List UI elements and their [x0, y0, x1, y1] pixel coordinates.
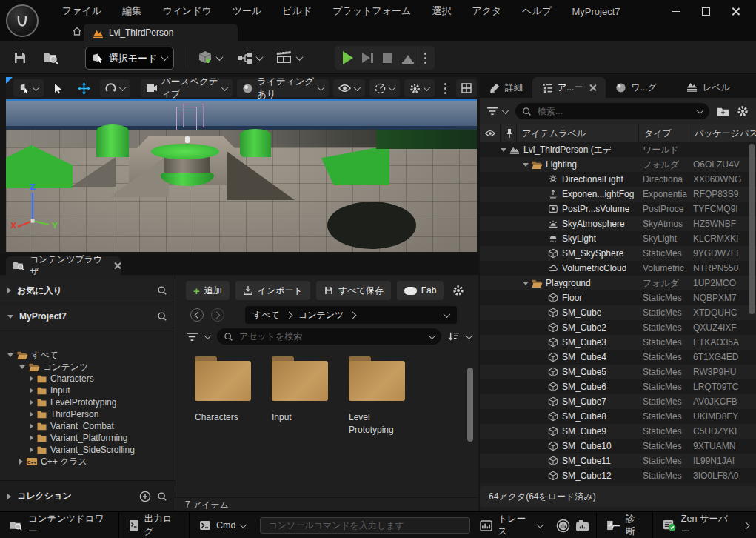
viewport-scene-3d[interactable]: Z X Y: [6, 99, 477, 252]
outliner-row[interactable]: DirectionalLightDirectionaXX060WNG: [480, 172, 756, 187]
viewport-settings-dropdown[interactable]: [404, 79, 435, 97]
close-button[interactable]: [720, 0, 750, 22]
browse-content-button[interactable]: [41, 48, 61, 67]
add-actor-dropdown[interactable]: [197, 48, 222, 67]
view-mode-dropdown[interactable]: ライティングあり: [237, 79, 329, 97]
breadcrumb[interactable]: すべて コンテンツ: [245, 306, 457, 324]
asset-folder-level-prototyping[interactable]: Level Prototyping: [341, 356, 412, 437]
outliner-row[interactable]: FloorStaticMesNQBPXM7: [480, 290, 756, 305]
perspective-dropdown[interactable]: パースペクティブ: [141, 79, 233, 97]
viewport[interactable]: パースペクティブ ライティングあり: [6, 77, 477, 252]
project-section[interactable]: MyProject7: [0, 305, 175, 328]
breadcrumb-all[interactable]: すべて: [252, 309, 280, 322]
close-tab-icon[interactable]: [114, 262, 121, 269]
home-icon[interactable]: [71, 25, 83, 37]
caret-right-icon[interactable]: [30, 399, 33, 405]
insights-button[interactable]: [552, 512, 574, 538]
tab-details[interactable]: 詳細: [480, 77, 532, 98]
outliner-row[interactable]: Lvl_ThirdPerson (エデワールド: [480, 142, 756, 157]
outliner-settings-gear-icon[interactable]: [737, 105, 749, 117]
platforms-button[interactable]: [398, 48, 418, 67]
add-folder-icon[interactable]: [717, 106, 729, 117]
caret-right-icon[interactable]: [30, 435, 33, 441]
viewport-options-button[interactable]: [439, 79, 452, 97]
outliner-row[interactable]: SM_Cube6StaticMesLRQT09TC: [480, 379, 756, 394]
play-options-button[interactable]: [418, 48, 432, 67]
move-tool-button[interactable]: [73, 79, 96, 97]
outliner-row[interactable]: PostPr...sVolumePostProceTYFCMQ9I: [480, 202, 756, 216]
outliner-row[interactable]: SM_Cube7StaticMesAV0JKCFB: [480, 394, 756, 409]
tab-world-settings[interactable]: ワ...グ: [606, 77, 666, 98]
menu-item-2[interactable]: ウィンドウ: [153, 2, 221, 20]
column-pin[interactable]: [501, 124, 517, 142]
select-tool-button[interactable]: [48, 79, 68, 97]
outliner-row[interactable]: SM_Cube9StaticMesC5UDZYKI: [480, 424, 756, 439]
save-button[interactable]: [10, 48, 30, 67]
outliner-row[interactable]: SM_Cube11StaticMesIL99N1JAI: [480, 454, 756, 468]
outliner-search-input[interactable]: [536, 105, 693, 117]
menu-item-3[interactable]: ツール: [224, 2, 271, 20]
asset-folder-input[interactable]: Input: [264, 356, 335, 424]
unreal-engine-logo-icon[interactable]: [6, 4, 39, 37]
outliner-scrollbar[interactable]: [749, 144, 755, 314]
caret-down-icon[interactable]: [501, 148, 506, 152]
content-drawer-button[interactable]: コンテンツドロワー: [0, 512, 118, 538]
trace-dropdown[interactable]: トレース: [470, 512, 552, 538]
favorites-section[interactable]: お気に入り: [0, 279, 175, 302]
caret-right-icon[interactable]: [19, 459, 23, 465]
outliner-row[interactable]: LightingフォルダO6OLZU4V: [480, 157, 756, 172]
zen-server-button[interactable]: Zen サーバー: [653, 512, 743, 538]
collections-section[interactable]: コレクション: [0, 480, 175, 511]
outliner-row[interactable]: SkyLightSkyLightKLCRMXKI: [480, 231, 756, 246]
outliner-row[interactable]: VolumetricCloudVolumetricNTRPN550: [480, 261, 756, 276]
tab-content-browser[interactable]: コンテンツブラウザ: [6, 256, 121, 275]
add-button[interactable]: + 追加: [186, 281, 230, 300]
asset-search-input[interactable]: [238, 331, 425, 342]
output-log-button[interactable]: 出力ログ: [119, 512, 189, 538]
frame-skip-button[interactable]: [358, 48, 378, 67]
import-button[interactable]: インポート: [235, 281, 310, 300]
outliner-row[interactable]: SM_SkySphereStaticMes9YGDW7FI: [480, 246, 756, 261]
outliner-row[interactable]: SM_Cube10StaticMes9XTUAMN: [480, 439, 756, 454]
console-command-field[interactable]: [260, 517, 470, 534]
performance-dropdown[interactable]: [369, 79, 400, 97]
tree-item-thirdperson[interactable]: ThirdPerson: [0, 408, 175, 420]
tree-item--[interactable]: コンテンツ: [0, 361, 175, 373]
asset-folder-characters[interactable]: Characters: [187, 356, 258, 424]
caret-right-icon[interactable]: [30, 447, 33, 453]
play-button[interactable]: [338, 48, 358, 67]
menu-item-6[interactable]: 選択: [423, 2, 460, 20]
fab-button[interactable]: Fab: [397, 281, 444, 300]
tree-item-characters[interactable]: Characters: [0, 373, 175, 385]
minimize-button[interactable]: [661, 0, 691, 22]
search-icon[interactable]: [157, 285, 167, 296]
outliner-row[interactable]: Exponen...ightFogExponentiaRFQP83S9: [480, 187, 756, 202]
sort-icon[interactable]: [448, 331, 460, 342]
select-mode-dropdown[interactable]: 選択モード: [85, 47, 174, 70]
tab-outliner[interactable]: ア...ー: [532, 77, 606, 98]
close-tab-icon[interactable]: [589, 84, 596, 91]
content-settings-gear-icon[interactable]: [452, 285, 464, 296]
tree-item-levelprototyping[interactable]: LevelPrototyping: [0, 396, 175, 408]
cmd-dropdown[interactable]: Cmd: [190, 512, 255, 538]
collapse-chevron-icon[interactable]: [743, 522, 750, 529]
column-type[interactable]: タイプ: [639, 124, 689, 142]
column-item-label[interactable]: アイテムラベル: [517, 124, 639, 142]
filter-icon[interactable]: [486, 107, 498, 116]
viewport-mode-dropdown[interactable]: [13, 79, 44, 97]
caret-right-icon[interactable]: [30, 388, 33, 393]
tree-item-variant_combat[interactable]: Variant_Combat: [0, 420, 175, 432]
blueprints-dropdown[interactable]: [237, 48, 262, 67]
cinematics-dropdown[interactable]: [275, 48, 302, 67]
outliner-row[interactable]: Playgroundフォルダ1UP2MCO: [480, 276, 756, 290]
tree-item-variant_sidescrolling[interactable]: Variant_SideScrolling: [0, 444, 175, 456]
caret-right-icon[interactable]: [30, 411, 33, 417]
menu-item-4[interactable]: ビルド: [273, 2, 321, 20]
outliner-row[interactable]: SM_Cube5StaticMesRW3P9HU: [480, 365, 756, 379]
console-command-input[interactable]: [267, 519, 464, 531]
tree-item-variant_platforming[interactable]: Variant_Platforming: [0, 432, 175, 444]
show-flags-dropdown[interactable]: [333, 79, 365, 97]
tab-level-lvl-thirdperson[interactable]: Lvl_ThirdPerson: [84, 24, 238, 41]
save-all-button[interactable]: すべて保存: [316, 281, 391, 300]
tree-item--[interactable]: すべて: [0, 349, 175, 361]
